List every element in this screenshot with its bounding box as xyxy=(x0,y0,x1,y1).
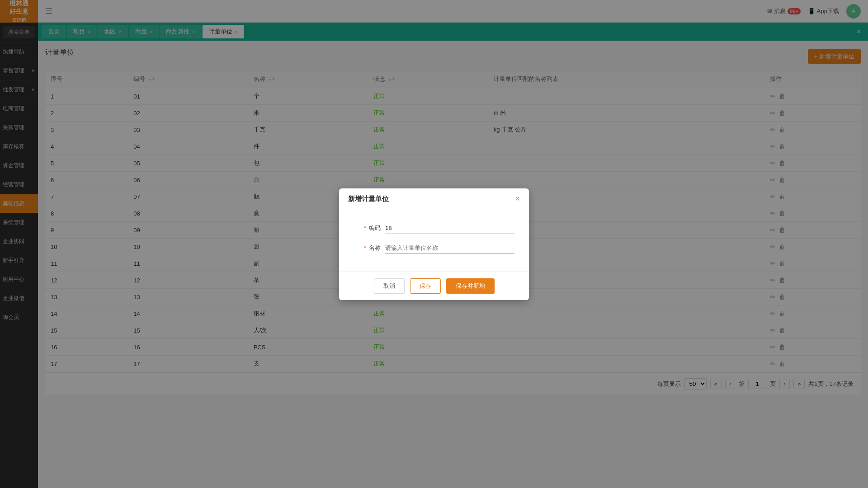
modal-overlay: 新增计量单位 × * 编码 * 名称 取消 保存 保存并新增 xyxy=(0,0,868,488)
code-field-label: * 编码 xyxy=(354,224,381,232)
name-input[interactable] xyxy=(385,243,514,253)
modal-body: * 编码 * 名称 xyxy=(339,210,529,272)
modal-header: 新增计量单位 × xyxy=(339,188,529,210)
cancel-button[interactable]: 取消 xyxy=(374,278,405,294)
modal-footer: 取消 保存 保存并新增 xyxy=(339,272,529,300)
name-field-row: * 名称 xyxy=(354,243,514,253)
name-field-label: * 名称 xyxy=(354,244,381,252)
modal-close-btn[interactable]: × xyxy=(515,195,520,203)
modal-title: 新增计量单位 xyxy=(348,195,389,203)
code-required-mark: * xyxy=(364,225,366,231)
save-add-button[interactable]: 保存并新增 xyxy=(446,278,495,294)
name-required-mark: * xyxy=(364,244,366,251)
add-unit-modal: 新增计量单位 × * 编码 * 名称 取消 保存 保存并新增 xyxy=(339,188,529,300)
save-button[interactable]: 保存 xyxy=(410,278,441,294)
code-input[interactable] xyxy=(385,223,514,234)
code-field-row: * 编码 xyxy=(354,223,514,234)
